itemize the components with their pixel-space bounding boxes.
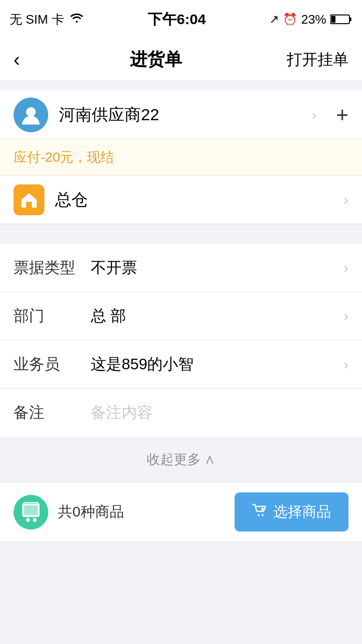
location-icon: ↗ bbox=[269, 13, 279, 26]
invoice-type-row[interactable]: 票据类型 不开票 › bbox=[0, 244, 362, 292]
warehouse-row[interactable]: 总仓 › bbox=[0, 176, 362, 224]
open-pending-button[interactable]: 打开挂单 bbox=[287, 49, 348, 70]
supplier-name: 河南供应商22 bbox=[59, 104, 312, 126]
product-icon bbox=[14, 495, 48, 530]
wifi-icon bbox=[69, 12, 84, 27]
nav-bar: ‹ 进货单 打开挂单 bbox=[0, 39, 362, 81]
salesman-row[interactable]: 业务员 这是859的小智 › bbox=[0, 340, 362, 389]
svg-rect-4 bbox=[26, 202, 32, 208]
notice-banner: 应付-20元，现结 bbox=[0, 139, 362, 176]
remarks-row[interactable]: 备注 备注内容 bbox=[0, 389, 362, 437]
svg-rect-1 bbox=[349, 17, 351, 21]
battery-icon bbox=[330, 14, 352, 25]
cart-icon bbox=[20, 502, 42, 523]
salesman-label: 业务员 bbox=[14, 354, 81, 375]
salesman-value: 这是859的小智 bbox=[91, 354, 339, 375]
salesman-chevron-icon: › bbox=[344, 356, 348, 373]
invoice-chevron-icon: › bbox=[344, 260, 348, 276]
battery-text: 23% bbox=[301, 12, 326, 27]
remaining-bg bbox=[0, 541, 362, 644]
select-cart-icon bbox=[252, 504, 267, 520]
department-chevron-icon: › bbox=[344, 308, 348, 324]
home-icon bbox=[19, 190, 39, 210]
svg-point-8 bbox=[258, 514, 260, 516]
department-row[interactable]: 部门 总 部 › bbox=[0, 292, 362, 340]
add-supplier-button[interactable]: + bbox=[336, 103, 348, 127]
warehouse-chevron-icon: › bbox=[344, 192, 348, 208]
supplier-row[interactable]: 河南供应商22 › + bbox=[0, 91, 362, 139]
warehouse-name: 总仓 bbox=[55, 189, 344, 211]
supplier-chevron-icon: › bbox=[312, 107, 317, 123]
department-label: 部门 bbox=[14, 306, 81, 327]
alarm-icon: ⏰ bbox=[283, 13, 297, 26]
department-value: 总 部 bbox=[91, 306, 339, 327]
status-left: 无 SIM 卡 bbox=[10, 11, 84, 28]
mid-divider bbox=[0, 224, 362, 234]
top-divider bbox=[0, 81, 362, 91]
svg-point-6 bbox=[26, 518, 30, 522]
status-right: ↗ ⏰ 23% bbox=[269, 12, 352, 27]
remarks-label: 备注 bbox=[14, 402, 81, 423]
status-bar: 无 SIM 卡 下午6:04 ↗ ⏰ 23% bbox=[0, 0, 362, 39]
svg-point-3 bbox=[26, 107, 36, 117]
select-product-label: 选择商品 bbox=[273, 502, 331, 522]
user-icon bbox=[19, 103, 42, 126]
invoice-value: 不开票 bbox=[91, 257, 339, 279]
product-count-text: 共0种商品 bbox=[58, 502, 235, 522]
bottom-bar: 共0种商品 选择商品 bbox=[0, 482, 362, 541]
collapse-label: 收起更多 ∧ bbox=[147, 450, 216, 469]
carrier-text: 无 SIM 卡 bbox=[10, 11, 64, 28]
supplier-avatar bbox=[14, 98, 48, 132]
select-product-button[interactable]: 选择商品 bbox=[235, 492, 348, 532]
collapse-row[interactable]: 收起更多 ∧ bbox=[0, 437, 362, 482]
svg-point-7 bbox=[33, 518, 37, 522]
warehouse-icon bbox=[14, 184, 44, 215]
svg-rect-2 bbox=[331, 16, 335, 23]
back-button[interactable]: ‹ bbox=[14, 44, 25, 75]
page-title: 进货单 bbox=[130, 48, 182, 71]
status-time: 下午6:04 bbox=[148, 10, 206, 29]
notice-text: 应付-20元，现结 bbox=[14, 150, 114, 165]
svg-point-9 bbox=[262, 514, 264, 516]
form-section: 票据类型 不开票 › 部门 总 部 › 业务员 这是859的小智 › 备注 备注… bbox=[0, 244, 362, 437]
invoice-label: 票据类型 bbox=[14, 257, 81, 279]
remarks-input[interactable]: 备注内容 bbox=[91, 402, 348, 423]
